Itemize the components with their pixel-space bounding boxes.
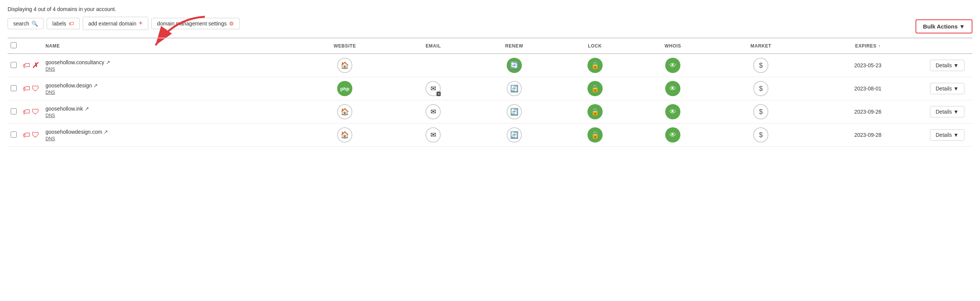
php-icon-2[interactable]: php <box>337 81 352 96</box>
table-row: 🏷 🛡 goosehollow.design ↗ DNS php ✉ ≡ <box>8 77 972 100</box>
domain-cell-3: goosehollow.ink ↗ DNS <box>43 100 294 123</box>
market-cell-1: $ <box>713 54 808 77</box>
labels-button[interactable]: labels 🏷 <box>47 18 80 29</box>
market-icon-1[interactable]: $ <box>753 58 768 73</box>
whois-cell-1: 👁 <box>633 54 713 77</box>
email-cell-3: ✉ <box>395 100 471 123</box>
dns-link-3[interactable]: DNS <box>46 113 291 118</box>
website-cell-2: php <box>294 77 395 100</box>
red-tag-icon-3: 🏷 <box>23 107 30 116</box>
strikethrough-icon-1: ✗ <box>32 61 38 70</box>
lock-icon-2[interactable]: 🔒 <box>587 81 603 96</box>
labels-label: labels <box>52 21 66 27</box>
website-cell-3: 🏠 <box>294 100 395 123</box>
renew-icon-4[interactable]: 🔄 <box>507 127 522 142</box>
dns-link-4[interactable]: DNS <box>46 136 291 141</box>
red-tag-icon-4: 🏷 <box>23 131 30 139</box>
external-link-icon-3[interactable]: ↗ <box>84 106 89 112</box>
whois-icon-3[interactable]: 👁 <box>665 104 680 119</box>
gear-icon: ⚙ <box>229 21 234 27</box>
details-button-3[interactable]: Details ▼ <box>930 106 964 117</box>
expires-cell-3: 2023-09-26 <box>808 100 927 123</box>
whois-cell-2: 👁 <box>633 77 713 100</box>
website-cell-4: 🏠 <box>294 123 395 147</box>
expires-cell-2: 2023-08-01 <box>808 77 927 100</box>
email-icon-4[interactable]: ✉ <box>426 127 441 142</box>
add-external-domain-button[interactable]: add external domain + <box>83 17 148 30</box>
red-tag-icon-1: 🏷 <box>23 61 30 70</box>
whois-cell-3: 👁 <box>633 100 713 123</box>
home-icon-1[interactable]: 🏠 <box>337 58 352 73</box>
domains-table-wrapper: NAME WEBSITE EMAIL RENEW LOCK WHOIS MARK… <box>8 38 972 147</box>
lock-cell-4: 🔒 <box>557 123 633 147</box>
home-icon-4[interactable]: 🏠 <box>337 127 352 142</box>
market-cell-3: $ <box>713 100 808 123</box>
shield-icon-2: 🛡 <box>32 84 40 93</box>
col-renew: RENEW <box>471 38 557 54</box>
renew-icon-1[interactable]: 🔄 <box>507 58 522 73</box>
market-icon-3[interactable]: $ <box>753 104 768 119</box>
row-checkbox-1[interactable] <box>11 62 17 68</box>
dns-link-1[interactable]: DNS <box>46 67 291 72</box>
search-icon: 🔍 <box>32 21 38 27</box>
col-expires: EXPIRES ↑ <box>808 38 927 54</box>
table-row: 🏷 🛡 goosehollowdesign.com ↗ DNS 🏠 ✉ 🔄 <box>8 123 972 147</box>
details-button-1[interactable]: Details ▼ <box>930 60 964 71</box>
renew-cell-2: 🔄 <box>471 77 557 100</box>
renew-icon-2[interactable]: 🔄 <box>507 81 522 96</box>
bulk-actions-button[interactable]: Bulk Actions ▼ <box>916 19 972 34</box>
whois-icon-2[interactable]: 👁 <box>665 81 680 96</box>
market-icon-4[interactable]: $ <box>753 127 768 142</box>
col-email: EMAIL <box>395 38 471 54</box>
whois-icon-4[interactable]: 👁 <box>665 127 680 142</box>
table-row: 🏷 ✗ goosehollow.consultancy ↗ DNS 🏠 🔄 <box>8 54 972 77</box>
domain-settings-label: domain management settings <box>157 21 227 27</box>
display-text: Displaying 4 out of 4 domains in your ac… <box>8 6 972 12</box>
domains-table: NAME WEBSITE EMAIL RENEW LOCK WHOIS MARK… <box>8 38 972 147</box>
email-cell-1 <box>395 54 471 77</box>
details-button-4[interactable]: Details ▼ <box>930 129 964 141</box>
market-cell-2: $ <box>713 77 808 100</box>
email-cell-2: ✉ ≡ <box>395 77 471 100</box>
plus-icon: + <box>139 19 143 27</box>
col-market: MARKET <box>713 38 808 54</box>
email-icon-2[interactable]: ✉ ≡ <box>426 81 441 96</box>
table-row: 🏷 🛡 goosehollow.ink ↗ DNS 🏠 ✉ 🔄 <box>8 100 972 123</box>
row-checkbox-3[interactable] <box>11 108 17 114</box>
col-whois: WHOIS <box>633 38 713 54</box>
market-icon-2[interactable]: $ <box>753 81 768 96</box>
external-link-icon-1[interactable]: ↗ <box>106 59 110 66</box>
expires-cell-4: 2023-09-28 <box>808 123 927 147</box>
external-link-icon-2[interactable]: ↗ <box>93 82 98 88</box>
col-name: NAME <box>43 38 294 54</box>
domain-cell-4: goosehollowdesign.com ↗ DNS <box>43 123 294 147</box>
domain-cell-1: goosehollow.consultancy ↗ DNS <box>43 54 294 77</box>
dns-link-2[interactable]: DNS <box>46 90 291 95</box>
external-link-icon-4[interactable]: ↗ <box>103 129 108 135</box>
lock-icon-4[interactable]: 🔒 <box>587 127 603 142</box>
home-icon-3[interactable]: 🏠 <box>337 104 352 119</box>
row-checkbox-2[interactable] <box>11 85 17 91</box>
lock-icon-1[interactable]: 🔒 <box>587 58 603 73</box>
select-all-checkbox[interactable] <box>11 42 17 48</box>
col-website: WEBSITE <box>294 38 395 54</box>
renew-icon-3[interactable]: 🔄 <box>507 104 522 119</box>
red-tag-icon-2: 🏷 <box>23 84 30 93</box>
search-label: search <box>13 21 29 27</box>
whois-icon-1[interactable]: 👁 <box>665 58 680 73</box>
lock-cell-2: 🔒 <box>557 77 633 100</box>
whois-cell-4: 👁 <box>633 123 713 147</box>
market-cell-4: $ <box>713 123 808 147</box>
lock-icon-3[interactable]: 🔒 <box>587 104 603 119</box>
toolbar: search 🔍 labels 🏷 add external domain + … <box>8 17 240 30</box>
search-button[interactable]: search 🔍 <box>8 18 44 29</box>
email-icon-3[interactable]: ✉ <box>426 104 441 119</box>
domain-settings-button[interactable]: domain management settings ⚙ <box>151 18 240 29</box>
renew-cell-4: 🔄 <box>471 123 557 147</box>
add-external-label: add external domain <box>88 21 137 27</box>
details-button-2[interactable]: Details ▼ <box>930 83 964 94</box>
shield-icon-3: 🛡 <box>32 107 40 116</box>
row-checkbox-4[interactable] <box>11 131 17 138</box>
tag-icon: 🏷 <box>68 21 74 27</box>
website-cell-1: 🏠 <box>294 54 395 77</box>
